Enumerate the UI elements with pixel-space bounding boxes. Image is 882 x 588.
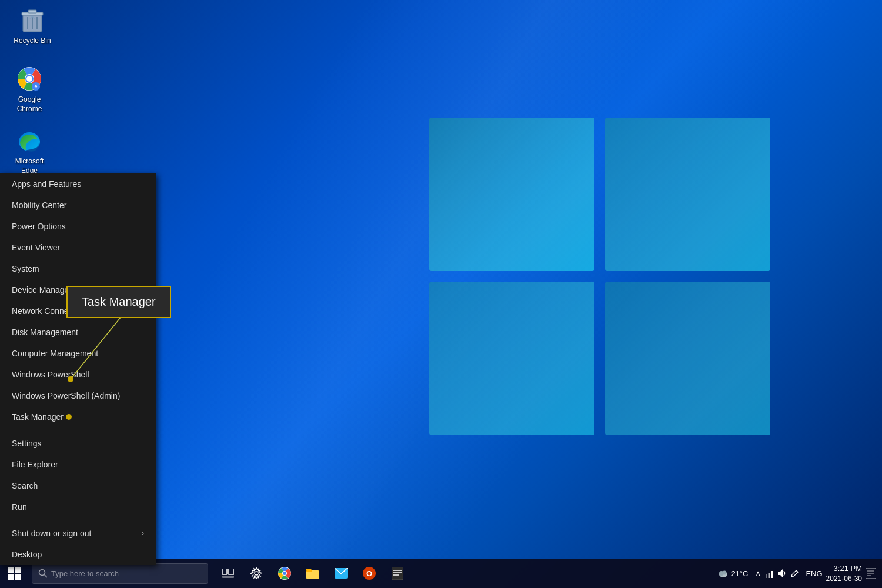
menu-item-apps-features[interactable]: Apps and Features: [0, 173, 156, 195]
svg-rect-41: [769, 573, 770, 578]
svg-point-9: [26, 76, 32, 82]
menu-item-file-explorer[interactable]: File Explorer: [0, 454, 156, 475]
windows-logo: [429, 118, 794, 482]
weather-widget[interactable]: 21°C: [714, 560, 751, 586]
taskbar-clock[interactable]: 3:21 PM 2021-06-30: [826, 563, 862, 584]
menu-separator: [0, 430, 156, 430]
search-icon: [38, 569, 48, 578]
microsoft-edge-icon[interactable]: Microsoft Edge: [6, 126, 53, 175]
recycle-bin-svg: [18, 6, 46, 34]
svg-text:O: O: [366, 569, 372, 578]
svg-rect-42: [771, 571, 773, 578]
menu-item-windows-powershell[interactable]: Windows PowerShell: [0, 364, 156, 385]
language-indicator[interactable]: ENG: [806, 569, 822, 578]
menu-item-desktop[interactable]: Desktop: [0, 544, 156, 565]
svg-rect-22: [228, 569, 234, 574]
win-pane-tl: [429, 118, 594, 271]
taskbar-notes-button[interactable]: [385, 560, 410, 586]
clock-date: 2021-06-30: [826, 574, 862, 584]
svg-text:e: e: [34, 83, 37, 89]
menu-item-computer-management[interactable]: Computer Management: [0, 343, 156, 364]
start-icon: [8, 567, 21, 580]
chrome-label: Google Chrome: [6, 95, 53, 113]
taskbar-search[interactable]: Type here to search: [32, 563, 208, 584]
svg-point-39: [723, 571, 727, 575]
svg-rect-2: [28, 10, 36, 13]
recycle-bin-icon[interactable]: Recycle Bin: [9, 6, 56, 46]
svg-rect-16: [15, 567, 21, 573]
svg-rect-29: [306, 570, 312, 572]
taskbar-right: 21°C ∧: [714, 560, 882, 586]
shut-down-arrow: ›: [142, 529, 144, 537]
svg-rect-17: [8, 574, 14, 580]
svg-line-44: [796, 570, 798, 572]
taskbar-center-icons: O: [215, 560, 410, 586]
menu-item-disk-management[interactable]: Disk Management: [0, 322, 156, 343]
menu-item-system[interactable]: System: [0, 258, 156, 279]
speaker-icon[interactable]: [777, 569, 787, 578]
settings-icon: [250, 567, 262, 579]
settings-button[interactable]: [243, 560, 269, 586]
svg-point-19: [39, 570, 45, 576]
menu-item-event-viewer[interactable]: Event Viewer: [0, 237, 156, 258]
context-menu: Apps and Features Mobility Center Power …: [0, 173, 156, 565]
menu-item-search[interactable]: Search: [0, 475, 156, 496]
taskbar-file-explorer-button[interactable]: [300, 560, 326, 586]
recycle-bin-label: Recycle Bin: [14, 36, 51, 46]
svg-point-27: [283, 572, 286, 575]
chrome-svg: e: [15, 65, 44, 93]
menu-separator-2: [0, 520, 156, 520]
menu-item-windows-powershell-admin[interactable]: Windows PowerShell (Admin): [0, 385, 156, 406]
search-placeholder: Type here to search: [51, 569, 119, 578]
svg-rect-33: [392, 567, 403, 580]
edge-svg: [15, 126, 44, 155]
system-tray: ∧: [755, 569, 800, 578]
svg-rect-23: [222, 576, 234, 578]
win-pane-tr: [605, 118, 770, 271]
menu-item-run[interactable]: Run: [0, 496, 156, 517]
taskbar-mail-button[interactable]: [328, 560, 354, 586]
office-icon: O: [363, 567, 376, 580]
svg-rect-21: [222, 569, 227, 574]
menu-item-shut-down[interactable]: Shut down or sign out ›: [0, 523, 156, 544]
google-chrome-icon[interactable]: e Google Chrome: [6, 65, 53, 113]
file-explorer-icon: [306, 567, 319, 579]
notification-icon[interactable]: [866, 568, 876, 579]
svg-line-20: [45, 575, 48, 578]
task-manager-tooltip: Task Manager: [66, 286, 171, 318]
tray-expand-icon[interactable]: ∧: [755, 569, 761, 578]
pen-icon[interactable]: [790, 569, 800, 578]
task-view-button[interactable]: [215, 560, 241, 586]
win-pane-bl: [429, 282, 594, 435]
menu-item-task-manager[interactable]: Task Manager: [0, 406, 156, 427]
svg-rect-15: [8, 567, 14, 573]
clock-time: 3:21 PM: [826, 563, 862, 574]
weather-temp: 21°C: [731, 569, 748, 578]
task-manager-tooltip-label: Task Manager: [82, 295, 156, 308]
taskbar-chrome-icon: [278, 566, 292, 580]
win-pane-br: [605, 282, 770, 435]
desktop: Recycle Bin e Google Chrome: [0, 0, 882, 588]
menu-item-power-options[interactable]: Power Options: [0, 216, 156, 237]
menu-item-mobility-center[interactable]: Mobility Center: [0, 195, 156, 216]
svg-rect-18: [15, 574, 21, 580]
cloud-icon: [718, 568, 729, 579]
svg-rect-40: [766, 574, 767, 578]
notes-icon: [392, 567, 403, 580]
svg-marker-43: [778, 569, 783, 577]
mail-icon: [335, 568, 348, 579]
taskbar-chrome-button[interactable]: [272, 560, 298, 586]
task-view-icon: [222, 569, 234, 578]
menu-item-settings[interactable]: Settings: [0, 433, 156, 454]
svg-point-24: [255, 572, 258, 575]
taskbar-office-button[interactable]: O: [356, 560, 382, 586]
task-manager-dot: [66, 414, 72, 420]
network-icon[interactable]: [764, 569, 774, 578]
edge-label: Microsoft Edge: [6, 157, 53, 175]
